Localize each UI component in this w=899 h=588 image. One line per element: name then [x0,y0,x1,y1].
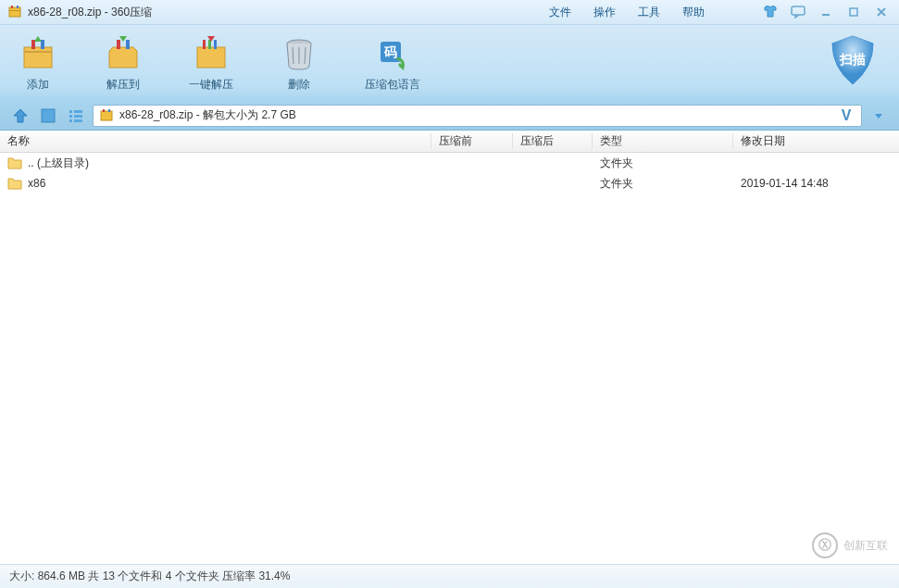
svg-text:码: 码 [383,44,397,59]
svg-rect-27 [69,110,72,113]
column-before[interactable]: 压缩前 [431,133,513,149]
path-bar[interactable]: x86-28_r08.zip - 解包大小为 2.7 GB V [93,105,862,127]
file-name: .. (上级目录) [28,156,89,171]
menu-bar: 文件 操作 工具 帮助 [549,5,705,20]
statusbar: 大小: 864.6 MB 共 13 个文件和 4 个文件夹 压缩率 31.4% [0,564,899,588]
view-list-button[interactable] [65,105,87,127]
one-click-icon [192,34,231,73]
add-icon [19,34,57,73]
table-row[interactable]: .. (上级目录) 文件夹 [0,153,899,173]
column-type[interactable]: 类型 [593,133,733,149]
menu-help[interactable]: 帮助 [682,5,705,20]
language-label: 压缩包语言 [365,77,420,93]
menu-operation[interactable]: 操作 [593,5,616,20]
svg-rect-10 [24,51,52,53]
svg-text:扫描: 扫描 [839,52,866,67]
menu-file[interactable]: 文件 [549,5,571,20]
shirt-icon[interactable] [760,4,780,20]
watermark: Ⓧ 创新互联 [812,532,888,558]
svg-rect-30 [74,115,82,118]
minimize-button[interactable] [816,4,836,20]
file-type: 文件夹 [593,176,733,192]
svg-rect-33 [101,111,112,120]
svg-rect-4 [792,6,805,15]
window-title: x86-28_r08.zip - 360压缩 [28,5,152,20]
column-after[interactable]: 压缩后 [513,133,593,149]
svg-rect-35 [108,109,110,112]
add-label: 添加 [27,77,49,93]
language-icon: 码 [373,34,412,73]
file-list: .. (上级目录) 文件夹 x86 文件夹 2019-01-14 14:48 [0,153,899,564]
one-click-extract-button[interactable]: 一键解压 [189,34,233,93]
svg-rect-0 [9,7,20,17]
delete-button[interactable]: 删除 [280,34,318,93]
folder-icon [7,156,22,169]
language-button[interactable]: 码 压缩包语言 [365,34,420,93]
navbar: x86-28_r08.zip - 解包大小为 2.7 GB V [0,101,899,131]
one-click-label: 一键解压 [189,77,233,93]
svg-rect-34 [103,109,105,112]
path-text: x86-28_r08.zip - 解包大小为 2.7 GB [119,107,831,123]
view-large-button[interactable] [37,105,59,127]
close-button[interactable] [871,4,892,20]
extract-to-button[interactable]: 解压到 [104,34,143,93]
svg-rect-9 [24,47,52,68]
delete-icon [280,34,318,73]
svg-rect-16 [203,40,206,49]
svg-rect-13 [117,40,120,49]
feedback-icon[interactable] [788,4,808,20]
extract-icon [104,34,143,73]
table-row[interactable]: x86 文件夹 2019-01-14 14:48 [0,173,899,194]
svg-rect-31 [69,119,72,122]
svg-rect-14 [126,40,130,49]
column-date[interactable]: 修改日期 [733,133,899,149]
extract-to-label: 解压到 [106,77,140,93]
svg-rect-26 [42,109,55,122]
watermark-text: 创新互联 [843,538,888,554]
menu-tools[interactable]: 工具 [638,5,660,20]
svg-rect-17 [208,40,211,49]
svg-rect-2 [11,6,13,8]
titlebar: x86-28_r08.zip - 360压缩 文件 操作 工具 帮助 [0,0,899,25]
file-date: 2019-01-14 14:48 [733,177,899,190]
svg-rect-15 [197,47,225,68]
scan-button[interactable]: 扫描 [825,32,880,88]
status-text: 大小: 864.6 MB 共 13 个文件和 4 个文件夹 压缩率 31.4% [9,569,290,584]
archive-icon [99,108,114,123]
folder-icon [7,177,22,190]
file-name: x86 [28,177,45,190]
watermark-icon: Ⓧ [812,532,838,558]
window-controls [760,4,892,20]
maximize-button[interactable] [843,4,864,20]
svg-rect-28 [74,110,82,113]
svg-rect-32 [74,119,82,122]
column-name[interactable]: 名称 [0,133,431,149]
svg-rect-3 [17,6,19,8]
svg-rect-29 [69,115,72,118]
dropdown-v-button[interactable]: V [837,106,855,125]
toolbar: 添加 解压到 一键解压 删除 码 压缩包语言 扫描 [0,25,899,101]
column-header: 名称 压缩前 压缩后 类型 修改日期 [0,131,899,153]
add-button[interactable]: 添加 [19,34,57,93]
app-icon [7,5,22,19]
delete-label: 删除 [288,77,310,93]
up-button[interactable] [9,105,31,127]
svg-rect-18 [214,40,217,49]
svg-rect-1 [9,10,20,11]
dropdown-arrow-button[interactable] [868,105,890,127]
file-type: 文件夹 [593,156,733,171]
svg-rect-6 [850,8,857,16]
